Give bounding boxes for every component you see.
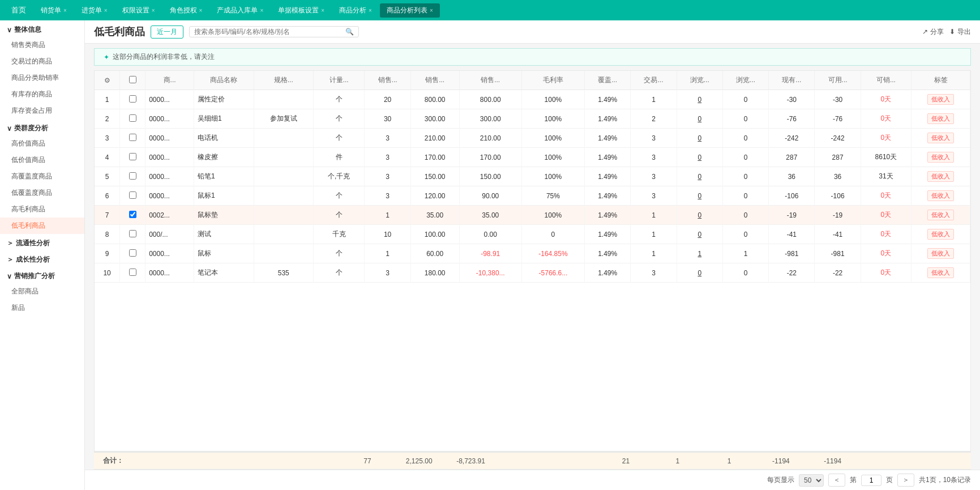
- col-settings[interactable]: ⚙: [95, 71, 120, 90]
- nav-product-analysis[interactable]: 商品分析 ×: [332, 3, 379, 18]
- sidebar-group-overall[interactable]: ∨ 整体信息: [0, 20, 84, 37]
- nav-close-analysis-list[interactable]: ×: [430, 7, 433, 14]
- cell-checkbox[interactable]: [120, 129, 145, 148]
- cell-checkbox[interactable]: [120, 90, 145, 109]
- sidebar-group-circulation[interactable]: ＞ 流通性分析: [0, 234, 84, 250]
- cell-checkbox[interactable]: [120, 186, 145, 206]
- next-page-button[interactable]: ＞: [897, 474, 914, 487]
- cell-browse1[interactable]: 0: [677, 109, 722, 129]
- col-unit[interactable]: 计量...: [313, 71, 364, 90]
- search-box[interactable]: 🔍: [189, 26, 359, 37]
- sidebar-item-high-value[interactable]: 高价值商品: [0, 135, 84, 152]
- col-gross-rate[interactable]: 毛利率: [521, 71, 584, 90]
- nav-product-inbound[interactable]: 产成品入库单 ×: [210, 3, 270, 18]
- col-coverage[interactable]: 覆盖...: [585, 71, 631, 90]
- cell-checkbox[interactable]: [120, 167, 145, 186]
- col-tag[interactable]: 标签: [911, 71, 970, 90]
- cell-gross-rate: 100%: [521, 90, 584, 109]
- row-checkbox[interactable]: [129, 211, 136, 218]
- export-button[interactable]: ⬇ 导出: [949, 27, 971, 37]
- page-number-input[interactable]: [861, 475, 881, 486]
- cell-browse1[interactable]: 1: [677, 244, 722, 263]
- nav-home[interactable]: 首页: [5, 3, 33, 18]
- row-checkbox[interactable]: [129, 172, 136, 180]
- cell-browse1[interactable]: 0: [677, 263, 722, 283]
- row-checkbox[interactable]: [129, 134, 136, 141]
- nav-close-sales[interactable]: ×: [63, 7, 67, 14]
- cell-browse1[interactable]: 0: [677, 129, 722, 148]
- row-checkbox[interactable]: [129, 249, 136, 257]
- row-checkbox[interactable]: [129, 114, 136, 122]
- sidebar-item-new-products[interactable]: 新品: [0, 300, 84, 316]
- cell-browse1[interactable]: 0: [677, 225, 722, 244]
- sidebar-item-low-margin[interactable]: 低毛利商品: [0, 218, 84, 234]
- cell-browse1[interactable]: 0: [677, 186, 722, 206]
- nav-close-product[interactable]: ×: [260, 7, 263, 14]
- sidebar-item-high-margin[interactable]: 高毛利商品: [0, 201, 84, 218]
- col-available[interactable]: 可用...: [815, 71, 861, 90]
- sidebar-item-category-rate[interactable]: 商品分类助销率: [0, 70, 84, 86]
- nav-close-role[interactable]: ×: [199, 7, 203, 14]
- prev-page-button[interactable]: ＜: [828, 474, 845, 487]
- col-code[interactable]: 商...: [145, 71, 194, 90]
- col-trade[interactable]: 交易...: [631, 71, 677, 90]
- row-checkbox[interactable]: [129, 95, 136, 103]
- col-browse2[interactable]: 浏览...: [722, 71, 768, 90]
- cell-browse1[interactable]: 0: [677, 167, 722, 186]
- cell-gross-rate: 100%: [521, 109, 584, 129]
- nav-close-template[interactable]: ×: [321, 7, 324, 14]
- sidebar-item-traded-products[interactable]: 交易过的商品: [0, 53, 84, 70]
- sidebar-group-marketing[interactable]: ∨ 营销推广分析: [0, 267, 84, 283]
- row-checkbox[interactable]: [129, 230, 136, 237]
- sidebar-item-high-coverage[interactable]: 高覆盖度商品: [0, 168, 84, 185]
- cell-checkbox[interactable]: [120, 148, 145, 167]
- cell-browse1[interactable]: 0: [677, 148, 722, 167]
- row-checkbox[interactable]: [129, 153, 136, 160]
- nav-close-analysis[interactable]: ×: [369, 7, 372, 14]
- nav-template-settings[interactable]: 单据模板设置 ×: [271, 3, 331, 18]
- col-checkbox-header[interactable]: [120, 71, 145, 90]
- nav-sales-order[interactable]: 销货单 ×: [34, 3, 74, 18]
- col-stock[interactable]: 现有...: [769, 71, 815, 90]
- share-button[interactable]: ↗ 分享: [922, 27, 944, 37]
- sidebar-item-low-value[interactable]: 低价值商品: [0, 152, 84, 168]
- col-sales-qty[interactable]: 销售...: [365, 71, 410, 90]
- cell-checkbox[interactable]: [120, 263, 145, 283]
- nav-close-permission[interactable]: ×: [152, 7, 155, 14]
- cell-coverage: 1.49%: [585, 109, 631, 129]
- nav-product-analysis-list[interactable]: 商品分析列表 ×: [380, 3, 440, 18]
- sidebar-group-growth[interactable]: ＞ 成长性分析: [0, 250, 84, 267]
- col-sales-amount[interactable]: 销售...: [410, 71, 459, 90]
- sidebar-item-stocked-products[interactable]: 有库存的商品: [0, 86, 84, 103]
- cell-coverage: 1.49%: [585, 167, 631, 186]
- col-name[interactable]: 商品名称: [194, 71, 254, 90]
- cell-browse1[interactable]: 0: [677, 206, 722, 225]
- nav-close-purchase[interactable]: ×: [104, 7, 108, 14]
- nav-role-auth[interactable]: 角色授权 ×: [163, 3, 209, 18]
- cell-checkbox[interactable]: [120, 244, 145, 263]
- col-browse1[interactable]: 浏览...: [677, 71, 722, 90]
- row-checkbox[interactable]: [129, 269, 136, 276]
- search-input[interactable]: [194, 28, 345, 36]
- sidebar-item-all-products[interactable]: 全部商品: [0, 283, 84, 300]
- sidebar-item-low-coverage[interactable]: 低覆盖度商品: [0, 185, 84, 201]
- row-checkbox[interactable]: [129, 191, 136, 199]
- filter-recent-month-button[interactable]: 近一月: [151, 25, 183, 39]
- col-sales-profit[interactable]: 销售...: [459, 71, 521, 90]
- sidebar-group-cluster[interactable]: ∨ 类群度分析: [0, 119, 84, 135]
- nav-purchase-order[interactable]: 进货单 ×: [75, 3, 114, 18]
- page-size-select[interactable]: 50: [799, 474, 824, 487]
- col-saleable[interactable]: 可销...: [861, 71, 911, 90]
- cell-stock: -19: [769, 206, 815, 225]
- cell-checkbox[interactable]: [120, 225, 145, 244]
- cell-checkbox[interactable]: [120, 109, 145, 129]
- col-spec[interactable]: 规格...: [254, 71, 313, 90]
- sidebar-item-capital-occupation[interactable]: 库存资金占用: [0, 103, 84, 119]
- nav-permission-settings[interactable]: 权限设置 ×: [115, 3, 162, 18]
- select-all-checkbox[interactable]: [129, 76, 136, 83]
- search-icon[interactable]: 🔍: [345, 28, 354, 36]
- cell-available: -76: [815, 109, 861, 129]
- cell-checkbox[interactable]: [120, 206, 145, 225]
- cell-browse1[interactable]: 0: [677, 90, 722, 109]
- sidebar-item-sales-products[interactable]: 销售类商品: [0, 37, 84, 53]
